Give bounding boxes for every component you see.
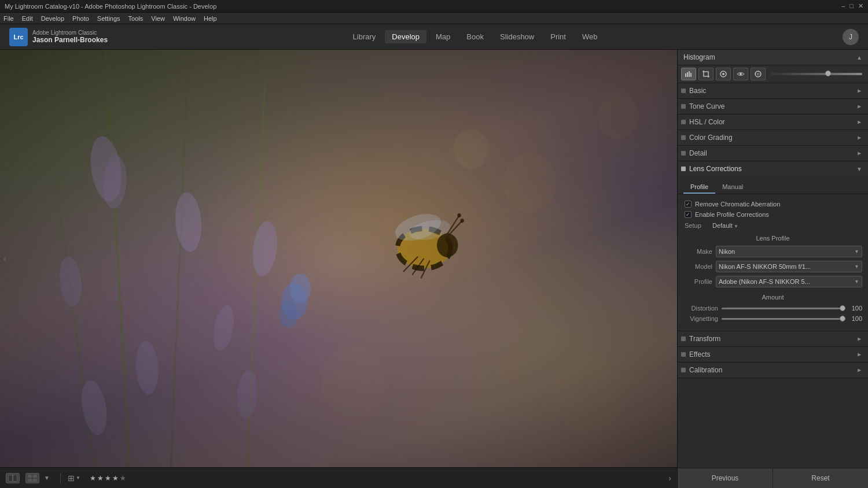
model-select[interactable]: Nikon AF-S NIKKOR 50mm f/1... ▼ bbox=[716, 261, 862, 272]
nav-print[interactable]: Print bbox=[543, 30, 573, 43]
menu-edit[interactable]: Edit bbox=[22, 15, 33, 22]
panel-hsl-header[interactable]: HSL / Color ▼ bbox=[678, 114, 868, 130]
distortion-row: Distortion 100 bbox=[678, 303, 868, 313]
svg-rect-44 bbox=[687, 72, 688, 77]
panel-calibration-header[interactable]: Calibration ▼ bbox=[678, 363, 868, 378]
distortion-slider[interactable] bbox=[722, 308, 843, 309]
panel-transform-title: Transform bbox=[689, 335, 720, 343]
model-value: Nikon AF-S NIKKOR 50mm f/1... bbox=[719, 263, 854, 270]
svg-rect-41 bbox=[28, 479, 32, 482]
previous-button[interactable]: Previous bbox=[678, 468, 773, 488]
panels-scroll[interactable]: Basic ▼ Tone Curve ▼ bbox=[678, 83, 868, 468]
panel-transform-toggle bbox=[681, 337, 686, 341]
panel-transform-chevron: ▼ bbox=[856, 336, 863, 342]
panel-lens-corrections-chevron: ▼ bbox=[856, 166, 862, 172]
remove-chromatic-aberration-checkbox[interactable] bbox=[685, 201, 692, 208]
lens-profile-section-title: Lens Profile bbox=[678, 231, 868, 244]
histogram-header[interactable]: Histogram ▲ bbox=[678, 50, 868, 65]
histogram-tool[interactable] bbox=[681, 68, 696, 80]
panel-transform-header[interactable]: Transform ▼ bbox=[678, 331, 868, 346]
nav-develop[interactable]: Develop bbox=[385, 30, 426, 43]
panel-detail-header[interactable]: Detail ▼ bbox=[678, 146, 868, 161]
nav-book[interactable]: Book bbox=[459, 30, 491, 43]
grid-view-button[interactable] bbox=[25, 473, 39, 483]
menu-view[interactable]: View bbox=[151, 15, 165, 22]
panel-hsl-toggle bbox=[681, 120, 686, 124]
histogram-chevron: ▲ bbox=[856, 54, 862, 61]
tab-manual[interactable]: Manual bbox=[715, 181, 750, 194]
vignetting-row: Vignetting 100 bbox=[678, 313, 868, 324]
menu-develop[interactable]: Develop bbox=[41, 15, 64, 22]
menu-photo[interactable]: Photo bbox=[72, 15, 89, 22]
make-select[interactable]: Nikon ▼ bbox=[716, 246, 862, 257]
compare-button[interactable]: ⊞▼ bbox=[68, 474, 80, 483]
crop-tool[interactable] bbox=[698, 68, 713, 80]
menu-tools[interactable]: Tools bbox=[128, 15, 144, 22]
nav-map[interactable]: Map bbox=[429, 30, 457, 43]
svg-point-49 bbox=[740, 73, 742, 75]
menu-window[interactable]: Window bbox=[173, 15, 196, 22]
reset-button[interactable]: Reset bbox=[773, 468, 868, 488]
top-nav: Lrc Adobe Lightroom Classic Jason Parnel… bbox=[0, 24, 868, 50]
panel-effects: Effects ▼ bbox=[678, 347, 868, 363]
red-eye-tool[interactable] bbox=[733, 68, 748, 80]
healing-tool[interactable] bbox=[716, 68, 731, 80]
nav-web[interactable]: Web bbox=[575, 30, 605, 43]
window-controls[interactable]: – □ ✕ bbox=[841, 2, 863, 10]
star-rating[interactable]: ★ ★ ★ ★ ★ bbox=[90, 474, 126, 482]
profile-select[interactable]: Adobe (Nikon AF-S NIKKOR 5... ▼ bbox=[716, 276, 862, 287]
masking-tool[interactable] bbox=[751, 68, 766, 80]
window-title: My Lightroom Catalog-v10 - Adobe Photosh… bbox=[5, 3, 216, 10]
profile-dropdown-arrow: ▼ bbox=[854, 279, 859, 284]
nav-slideshow[interactable]: Slideshow bbox=[493, 30, 541, 43]
nav-library[interactable]: Library bbox=[346, 30, 383, 43]
nav-right: J bbox=[843, 29, 859, 45]
panel-basic-header[interactable]: Basic ▼ bbox=[678, 83, 868, 98]
star-3[interactable]: ★ bbox=[105, 474, 111, 482]
vignetting-slider[interactable] bbox=[722, 318, 843, 320]
menu-file[interactable]: File bbox=[3, 15, 14, 22]
star-2[interactable]: ★ bbox=[97, 474, 104, 482]
amount-label: Amount bbox=[678, 291, 868, 303]
panel-color-grading-chevron: ▼ bbox=[856, 135, 863, 141]
svg-point-48 bbox=[722, 73, 724, 75]
panel-hsl: HSL / Color ▼ bbox=[678, 114, 868, 130]
bottom-buttons: Previous Reset bbox=[678, 468, 868, 488]
left-panel-toggle[interactable]: ‹ bbox=[3, 254, 6, 263]
menu-settings[interactable]: Settings bbox=[97, 15, 120, 22]
profile-label: Profile bbox=[683, 278, 712, 285]
exposure-slider[interactable] bbox=[770, 73, 862, 75]
minimize-button[interactable]: – bbox=[841, 2, 845, 10]
photo-container: ‹ bbox=[0, 50, 677, 467]
panel-lens-corrections-header[interactable]: Lens Corrections ▼ bbox=[678, 161, 868, 176]
enable-profile-corrections-checkbox[interactable] bbox=[685, 211, 692, 218]
histogram-label: Histogram bbox=[683, 53, 715, 61]
app-name: Adobe Lightroom Classic bbox=[32, 29, 108, 36]
close-button[interactable]: ✕ bbox=[858, 2, 863, 10]
panel-effects-header[interactable]: Effects ▼ bbox=[678, 347, 868, 362]
panel-tone-curve-toggle bbox=[681, 104, 686, 109]
panel-color-grading-header[interactable]: Color Grading ▼ bbox=[678, 130, 868, 145]
menu-help[interactable]: Help bbox=[204, 15, 217, 22]
panel-lens-corrections-title: Lens Corrections bbox=[689, 165, 742, 173]
panel-color-grading-toggle bbox=[681, 135, 686, 140]
maximize-button[interactable]: □ bbox=[849, 2, 854, 10]
user-avatar[interactable]: J bbox=[843, 29, 859, 45]
tab-profile[interactable]: Profile bbox=[683, 181, 715, 194]
view-options-button[interactable]: ▼ bbox=[44, 473, 53, 483]
filmstrip-view-button[interactable] bbox=[6, 473, 20, 483]
panel-calibration-title: Calibration bbox=[689, 366, 722, 374]
star-5[interactable]: ★ bbox=[120, 474, 126, 482]
panel-basic-toggle bbox=[681, 88, 686, 93]
histogram-section: Histogram ▲ bbox=[678, 50, 868, 65]
setup-value-button[interactable]: Default bbox=[712, 222, 738, 229]
star-1[interactable]: ★ bbox=[90, 474, 96, 482]
panel-transform: Transform ▼ bbox=[678, 331, 868, 347]
make-label: Make bbox=[683, 248, 712, 255]
panel-tone-curve-header[interactable]: Tone Curve ▼ bbox=[678, 99, 868, 114]
remove-chromatic-aberration-row: Remove Chromatic Aberration bbox=[678, 199, 868, 209]
expand-button[interactable]: › bbox=[668, 474, 671, 483]
profile-value: Adobe (Nikon AF-S NIKKOR 5... bbox=[719, 278, 854, 285]
panel-detail-toggle bbox=[681, 151, 686, 156]
star-4[interactable]: ★ bbox=[112, 474, 119, 482]
